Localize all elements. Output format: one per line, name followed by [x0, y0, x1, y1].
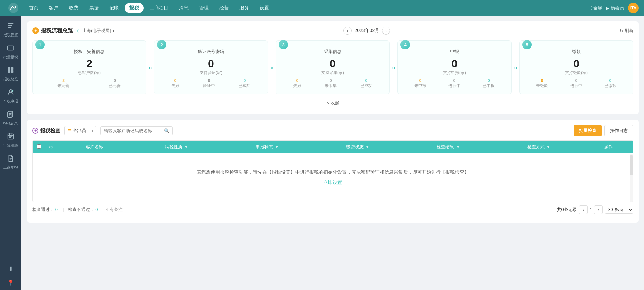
- col-check-result: 检查结果 ▼: [403, 141, 493, 153]
- step1-stat-1: 0 已完善: [109, 78, 121, 89]
- sidebar-label-batch-tax: 批量报税: [3, 55, 18, 60]
- select-all-header[interactable]: [33, 141, 45, 153]
- arrow-4: »: [512, 64, 519, 71]
- top-navigation: 首页 客户 收费 票据 记账 报税 工商项目 消息 管理 经营 服务 设置 ⛶ …: [0, 0, 644, 16]
- tax-check-header: ✦ 报税检查 ☰ 全部员工 ▾ 🔍 批量检查 操作日志: [32, 125, 633, 136]
- column-settings-icon[interactable]: ⚙: [49, 145, 53, 150]
- flow-overview-panel: + 报税流程总览 ⊙ 上海(电子税局) ▾ ‹ 2023年02月 › ↻ 刷新 …: [27, 21, 639, 114]
- svg-point-1: [13, 7, 14, 8]
- nav-items: 首页 客户 收费 票据 记账 报税 工商项目 消息 管理 经营 服务 设置: [24, 3, 588, 13]
- step4-stat-2: 0 已申报: [483, 78, 495, 89]
- flow-card-step1: 1 授权、完善信息 2 总客户数(家) 2 未完善 0 已完善: [32, 40, 146, 94]
- refresh-button[interactable]: ↻ 刷新: [620, 28, 633, 34]
- member-button[interactable]: ▶ 畅会员: [606, 5, 624, 11]
- prev-month-button[interactable]: ‹: [343, 27, 352, 35]
- sidebar-bottom-location[interactable]: 📍: [0, 276, 21, 290]
- page-size-select[interactable]: 30 条/页 50 条/页 100 条/页: [605, 206, 633, 214]
- nav-manage[interactable]: 管理: [195, 3, 213, 13]
- col-pay-status: 缴费状态 ▼: [312, 141, 403, 153]
- nav-service[interactable]: 服务: [235, 3, 254, 13]
- total-records: 共0条记录: [557, 207, 577, 213]
- next-page-button[interactable]: ›: [594, 205, 603, 214]
- nav-settings[interactable]: 设置: [255, 3, 274, 13]
- svg-rect-7: [11, 67, 13, 70]
- tax-check-panel: ✦ 报税检查 ☰ 全部员工 ▾ 🔍 批量检查 操作日志: [27, 120, 639, 223]
- nav-fee[interactable]: 收费: [64, 3, 83, 13]
- tax-type-filter-icon[interactable]: ▼: [184, 145, 188, 149]
- sidebar-item-personal-tax[interactable]: $ 个税申报: [0, 85, 21, 107]
- avatar[interactable]: iTA: [628, 3, 639, 13]
- step2-sub: 支持验证(家): [160, 70, 262, 76]
- operation-log-button[interactable]: 操作日志: [604, 125, 633, 136]
- svg-rect-8: [8, 70, 10, 73]
- step3-stat-0: 0 失败: [293, 78, 301, 89]
- fail-label: 检查不通过：: [68, 207, 94, 212]
- sidebar-label-tax-record: 报税记录: [3, 121, 18, 126]
- fail-value[interactable]: 0: [95, 207, 98, 212]
- sidebar-item-annual-settlement[interactable]: 汇算清缴: [0, 129, 21, 151]
- step3-sub: 支持采集(家): [281, 70, 384, 76]
- chevron-down-icon: ▾: [92, 129, 93, 133]
- sidebar-item-tax-settings[interactable]: 报税设置: [0, 19, 21, 41]
- tax-check-table: ⚙ 客户名称 纳税性质 ▼ 申报状态 ▼: [33, 141, 633, 153]
- sidebar-bottom-download[interactable]: ⬇: [0, 262, 21, 276]
- search-button[interactable]: 🔍: [161, 127, 172, 135]
- nav-bizproject[interactable]: 工商项目: [145, 3, 173, 13]
- collapse-button[interactable]: ∧ 收起: [32, 97, 633, 109]
- sidebar-item-tax-record[interactable]: 报税记录: [0, 107, 21, 129]
- nav-accounting[interactable]: 记账: [105, 3, 123, 13]
- refresh-icon: ↻: [620, 28, 623, 33]
- sidebar-item-tax-overview[interactable]: 报税总览: [0, 63, 21, 85]
- nav-home[interactable]: 首页: [24, 3, 43, 13]
- select-all-checkbox[interactable]: [37, 144, 41, 149]
- declare-status-filter-icon[interactable]: ▼: [275, 145, 279, 149]
- step2-title: 验证账号密码: [160, 49, 262, 55]
- prev-page-button[interactable]: ‹: [579, 205, 588, 214]
- nav-customer[interactable]: 客户: [44, 3, 63, 13]
- scrollbar-thumb[interactable]: [630, 155, 633, 175]
- flow-card-step5: 5 缴款 0 支持缴款(家) 0 未缴款 0 进行中 0 已缴款: [519, 40, 633, 94]
- setup-link[interactable]: 立即设置: [323, 179, 342, 185]
- scrollbar-track[interactable]: [630, 154, 633, 202]
- sidebar-item-batch-tax[interactable]: 批量报税: [0, 41, 21, 63]
- step4-title: 申报: [403, 49, 506, 55]
- step4-sub: 支持申报(家): [403, 70, 506, 76]
- arrow-1: »: [146, 64, 154, 71]
- check-result-filter-icon[interactable]: ▼: [456, 145, 460, 149]
- location-tag[interactable]: ⊙ 上海(电子税局) ▾: [77, 28, 114, 34]
- col-operation: 操作: [584, 141, 633, 153]
- column-settings-header[interactable]: ⚙: [45, 141, 57, 153]
- step5-title: 缴款: [525, 49, 628, 55]
- step3-stat-1: 0 未采集: [325, 78, 337, 89]
- check-circle-icon: ✦: [32, 128, 38, 134]
- nav-operation[interactable]: 经营: [215, 3, 233, 13]
- step5-stat-0: 0 未缴款: [536, 78, 548, 89]
- tax-record-icon: [7, 111, 14, 120]
- step2-number: 0: [160, 57, 262, 70]
- pay-status-filter-icon[interactable]: ▼: [366, 145, 369, 149]
- check-method-filter-icon[interactable]: ▼: [547, 145, 550, 149]
- empty-message: 若您想使用报税检查功能，请先在【报税设置】中进行报税的初始化设置，完成密码验证和…: [39, 169, 626, 175]
- main-content: + 报税流程总览 ⊙ 上海(电子税局) ▾ ‹ 2023年02月 › ↻ 刷新 …: [21, 16, 644, 290]
- nav-invoice[interactable]: 票据: [85, 3, 103, 13]
- app-logo: [5, 3, 21, 13]
- collapse-icon: ∧: [326, 100, 330, 105]
- next-month-button[interactable]: ›: [382, 27, 390, 35]
- svg-rect-14: [8, 112, 12, 118]
- empty-state: 若您想使用报税检查功能，请先在【报税设置】中进行报税的初始化设置，完成密码验证和…: [33, 153, 633, 202]
- arrow-2: »: [268, 64, 276, 71]
- tax-check-title: ✦ 报税检查: [32, 128, 60, 134]
- batch-check-button[interactable]: 批量检查: [574, 125, 602, 136]
- sidebar-label-annual-settlement: 汇算清缴: [3, 143, 18, 148]
- employee-filter[interactable]: ☰ 全部员工 ▾: [64, 126, 96, 135]
- search-input[interactable]: [101, 127, 161, 135]
- sidebar-item-annual-report[interactable]: 工商年报: [0, 151, 21, 173]
- step5-stats: 0 未缴款 0 进行中 0 已缴款: [525, 78, 628, 89]
- step4-stat-1: 0 进行中: [448, 78, 461, 89]
- remark-badge: ☑ 有备注: [104, 207, 123, 213]
- nav-message[interactable]: 消息: [174, 3, 193, 13]
- step5-sub: 支持缴款(家): [525, 70, 628, 76]
- pass-value[interactable]: 0: [55, 207, 58, 212]
- nav-tax[interactable]: 报税: [125, 3, 144, 13]
- fullscreen-button[interactable]: ⛶ 全屏: [588, 5, 602, 11]
